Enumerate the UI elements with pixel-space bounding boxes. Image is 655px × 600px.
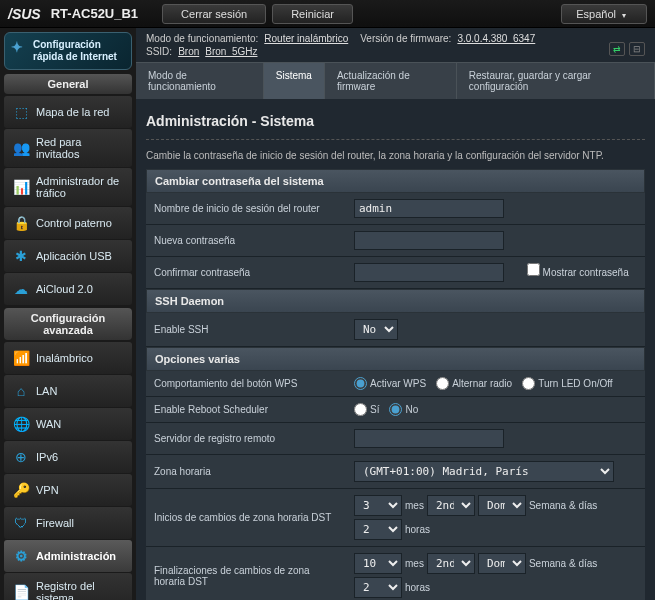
dst-text: horas: [405, 524, 430, 535]
nav-icon: 📶: [12, 349, 30, 367]
nav-icon: 👥: [12, 139, 30, 157]
logout-button[interactable]: Cerrar sesión: [162, 4, 266, 24]
page-title: Administración - Sistema: [146, 107, 645, 140]
wps-radio-0[interactable]: [354, 377, 367, 390]
nav-label: AiCloud 2.0: [36, 283, 93, 295]
dst-start-week-select[interactable]: 2nd: [427, 495, 475, 516]
nav-label: Registro del sistema: [36, 580, 124, 600]
nav-item-firewall[interactable]: 🛡Firewall: [4, 507, 132, 539]
fw-value-link[interactable]: 3.0.0.4.380_6347: [457, 33, 535, 44]
status-icon-link[interactable]: ⇄: [609, 42, 625, 56]
mode-label: Modo de funcionamiento:: [146, 33, 258, 44]
quick-setup-button[interactable]: Configuración rápida de Internet: [4, 32, 132, 70]
language-select[interactable]: Español: [561, 4, 647, 24]
nav-item-administrador-de-tr-fico[interactable]: 📊Administrador de tráfico: [4, 168, 132, 206]
dst-end-day-select[interactable]: Dom: [478, 553, 526, 574]
section-advanced: Configuración avanzada: [4, 308, 132, 340]
login-name-input[interactable]: [354, 199, 504, 218]
nav-icon: ☁: [12, 280, 30, 298]
reboot-button[interactable]: Reiniciar: [272, 4, 353, 24]
tab-sistema[interactable]: Sistema: [264, 63, 325, 99]
nav-icon: ⚙: [12, 547, 30, 565]
nav-item-registro-del-sistema[interactable]: 📄Registro del sistema: [4, 573, 132, 600]
dst-text: Semana & días: [529, 558, 597, 569]
nav-icon: 🔑: [12, 481, 30, 499]
ssid2-link[interactable]: Bron_5GHz: [205, 46, 257, 57]
dst-start-hour-select[interactable]: 2: [354, 519, 402, 540]
enable-ssh-select[interactable]: No: [354, 319, 398, 340]
nav-icon: 🛡: [12, 514, 30, 532]
section-misc: Opciones varias: [146, 347, 645, 371]
nav-icon: 📄: [12, 583, 30, 600]
nav-item-vpn[interactable]: 🔑VPN: [4, 474, 132, 506]
nav-icon: 🔒: [12, 214, 30, 232]
wps-radio-2[interactable]: [522, 377, 535, 390]
reboot-no-radio[interactable]: [389, 403, 402, 416]
wps-radio-1[interactable]: [436, 377, 449, 390]
dst-text: Semana & días: [529, 500, 597, 511]
nav-label: Red para invitados: [36, 136, 124, 160]
wps-opt-label: Activar WPS: [370, 378, 426, 389]
tab-modo-de-funcionamiento[interactable]: Modo de funcionamiento: [136, 63, 264, 99]
nav-item-wan[interactable]: 🌐WAN: [4, 408, 132, 440]
dst-start-label: Inicios de cambios de zona horaria DST: [146, 489, 346, 547]
newpw-input[interactable]: [354, 231, 504, 250]
nav-label: Administración: [36, 550, 116, 562]
dst-end-month-select[interactable]: 10: [354, 553, 402, 574]
tab-bar: Modo de funcionamientoSistemaActualizaci…: [136, 62, 655, 99]
reboot-yes-radio[interactable]: [354, 403, 367, 416]
confirm-label: Confirmar contraseña: [146, 257, 346, 289]
section-password: Cambiar contraseña del sistema: [146, 169, 645, 193]
wps-opt-label: Alternar radio: [452, 378, 512, 389]
nav-item-inal-mbrico[interactable]: 📶Inalámbrico: [4, 342, 132, 374]
nav-item-aicloud-2-0[interactable]: ☁AiCloud 2.0: [4, 273, 132, 305]
nav-item-mapa-de-la-red[interactable]: ⬚Mapa de la red: [4, 96, 132, 128]
showpw-label: Mostrar contraseña: [543, 267, 629, 278]
tz-select[interactable]: (GMT+01:00) Madrid, París: [354, 461, 614, 482]
syslog-input[interactable]: [354, 429, 504, 448]
showpw-checkbox[interactable]: [527, 263, 540, 276]
nav-item-administraci-n[interactable]: ⚙Administración: [4, 540, 132, 572]
nav-item-red-para-invitados[interactable]: 👥Red para invitados: [4, 129, 132, 167]
nav-label: WAN: [36, 418, 61, 430]
nav-label: Aplicación USB: [36, 250, 112, 262]
nav-label: Administrador de tráfico: [36, 175, 124, 199]
dst-end-hour-select[interactable]: 2: [354, 577, 402, 598]
nav-item-aplicaci-n-usb[interactable]: ✱Aplicación USB: [4, 240, 132, 272]
dst-start-day-select[interactable]: Dom: [478, 495, 526, 516]
page-desc: Cambie la contraseña de inicio de sesión…: [146, 150, 645, 161]
model-name: RT-AC52U_B1: [51, 6, 138, 21]
infobar: Modo de funcionamiento: Router inalámbri…: [136, 28, 655, 62]
dst-text: horas: [405, 582, 430, 593]
nav-icon: ✱: [12, 247, 30, 265]
nav-icon: ⬚: [12, 103, 30, 121]
nav-label: Firewall: [36, 517, 74, 529]
tz-label: Zona horaria: [146, 455, 346, 489]
section-ssh: SSH Daemon: [146, 289, 645, 313]
confirm-input[interactable]: [354, 263, 504, 282]
login-name-label: Nombre de inicio de sesión del router: [146, 193, 346, 225]
wps-opt-label: Turn LED On/Off: [538, 378, 612, 389]
tab-actualizaci-n-de-firmware[interactable]: Actualización de firmware: [325, 63, 457, 99]
dst-start-month-select[interactable]: 3: [354, 495, 402, 516]
topbar: /SUS RT-AC52U_B1 Cerrar sesión Reiniciar…: [0, 0, 655, 28]
wps-label: Comportamiento del botón WPS: [146, 371, 346, 397]
nav-icon: 📊: [12, 178, 30, 196]
nav-item-control-paterno[interactable]: 🔒Control paterno: [4, 207, 132, 239]
nav-label: Mapa de la red: [36, 106, 109, 118]
nav-icon: ⌂: [12, 382, 30, 400]
main-panel: Modo de funcionamiento: Router inalámbri…: [136, 28, 655, 600]
nav-label: VPN: [36, 484, 59, 496]
dst-end-week-select[interactable]: 2nd: [427, 553, 475, 574]
nav-icon: ⊕: [12, 448, 30, 466]
tab-restaurar-guardar-y-cargar-configuraci-n[interactable]: Restaurar, guardar y cargar configuració…: [457, 63, 655, 99]
nav-item-lan[interactable]: ⌂LAN: [4, 375, 132, 407]
dst-text: mes: [405, 500, 424, 511]
status-icon-usb[interactable]: ⊟: [629, 42, 645, 56]
nav-label: LAN: [36, 385, 57, 397]
nav-item-ipv6[interactable]: ⊕IPv6: [4, 441, 132, 473]
sidebar: Configuración rápida de Internet General…: [0, 28, 136, 600]
mode-value-link[interactable]: Router inalámbrico: [264, 33, 348, 44]
ssid1-link[interactable]: Bron: [178, 46, 199, 57]
nav-label: IPv6: [36, 451, 58, 463]
